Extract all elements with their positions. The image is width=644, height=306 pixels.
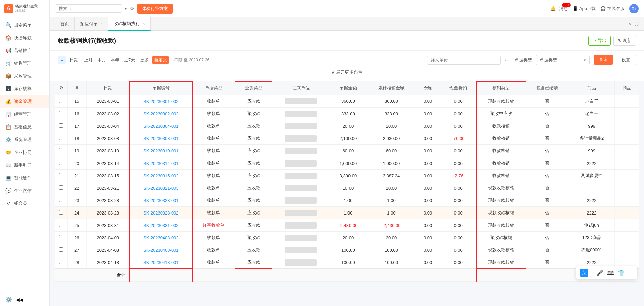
sidebar-item-enterprise[interactable]: 🤝企业协同 [0,146,49,159]
refresh-button[interactable]: ↻ 刷新 [613,36,636,46]
date-this-month[interactable]: 本月 [96,56,107,64]
date-last-month[interactable]: 上月 [83,56,94,64]
sidebar-item-basic[interactable]: 📋基础信息 [0,121,49,133]
filter-settings-button[interactable]: 设置 [616,55,636,65]
topbar-search-input[interactable] [55,4,122,13]
th-settings[interactable]: ⚙ [55,81,68,95]
td-checkbox[interactable] [55,232,68,244]
row-checkbox[interactable] [59,123,63,128]
td-checkbox[interactable] [55,194,68,207]
td-checkbox[interactable] [55,132,68,145]
bill-no-link[interactable]: SK-20230331-002 [143,223,179,228]
td-checkbox[interactable] [55,120,68,132]
date-7days[interactable]: 近7天 [123,56,137,64]
bill-no-link[interactable]: SK-20230314-001 [143,161,179,166]
tab-collection[interactable]: 收款核销执行 × [108,17,151,31]
sidebar-item-marketing[interactable]: 📢营销推广 [0,44,49,57]
settings-icon[interactable]: ⚙️ [5,296,12,303]
bill-no-link[interactable]: SK-20230315-002 [143,173,179,178]
row-checkbox[interactable] [59,161,63,165]
user-avatar[interactable]: Rit [629,4,639,13]
td-checkbox[interactable] [55,108,68,120]
tab-home[interactable]: 首页 [55,17,75,31]
row-checkbox[interactable] [59,247,63,252]
sidebar-item-member[interactable]: V畅会员 [0,197,49,210]
industry-solution-button[interactable]: 体验行业方案 [137,4,173,14]
bill-no-link[interactable]: SK-20230310-001 [143,148,179,154]
td-checkbox[interactable] [55,182,68,194]
sidebar-item-inventory[interactable]: 🗄️库存核算 [0,82,49,95]
date-this-year[interactable]: 本年 [109,56,121,64]
td-checkbox[interactable] [55,256,68,269]
bill-no-link[interactable]: SK-20230328-002 [143,210,179,216]
sidebar-item-purchase[interactable]: 📦采购管理 [0,70,49,82]
ime-mic-icon[interactable]: 🎤 [597,270,603,276]
td-goods2 [615,232,639,244]
bill-no-link[interactable]: SK-20230301-002 [143,99,179,104]
sidebar-item-search[interactable]: 🔍搜索菜单 [0,19,49,32]
td-checkbox[interactable] [55,157,68,170]
bill-no-link[interactable]: SK-20230403-002 [143,235,179,240]
td-checkbox[interactable] [55,145,68,157]
export-button[interactable]: ↗ 导出 [588,36,611,46]
td-checkbox[interactable] [55,207,68,219]
filter-expand-arrow[interactable]: » [58,56,66,64]
bill-no-link[interactable]: SK-20230418-001 [143,260,179,265]
bill-no-link[interactable]: SK-20230302-002 [143,111,179,116]
row-checkbox[interactable] [59,173,63,177]
sidebar-item-guide[interactable]: 📖新手引导 [0,159,49,172]
row-checkbox[interactable] [59,198,63,202]
ime-more-icon[interactable]: ⋯ [628,270,633,276]
row-checkbox[interactable] [59,99,63,103]
row-checkbox[interactable] [59,260,63,264]
query-button[interactable]: 查询 [594,55,613,65]
partner-filter-input[interactable] [427,56,501,65]
sidebar-item-wechat[interactable]: 💬企业微信 [0,184,49,197]
bill-no-link[interactable]: SK-20230408-001 [143,248,179,253]
tab-prepay-close[interactable]: × [100,22,103,26]
date-custom[interactable]: 自定义 [152,56,169,64]
bill-no-link[interactable]: SK-20230321-003 [143,186,179,191]
table-container[interactable]: ⚙ # 日期 单据编号 单据类型 业务类型 往来单位 单据金额 累计核销金额 余… [50,81,644,306]
td-partner: ██████ [272,256,329,269]
td-checkbox[interactable] [55,95,68,108]
online-service-link[interactable]: 🎧 在线客服 [600,6,625,12]
td-checkbox[interactable] [55,244,68,256]
row-checkbox[interactable] [59,185,63,190]
tab-fullscreen-icon[interactable]: ⛶ [634,21,639,26]
sidebar-item-system[interactable]: ⚙️系统管理 [0,133,49,146]
sidebar-item-sales[interactable]: 🛒销售管理 [0,57,49,70]
row-checkbox[interactable] [59,148,63,152]
date-more[interactable]: 更多 [139,56,150,64]
sidebar-item-hardware[interactable]: 💻智能硬件 [0,172,49,184]
bill-no-link[interactable]: SK-20230304-001 [143,124,179,129]
row-checkbox[interactable] [59,111,63,115]
row-checkbox[interactable] [59,235,63,239]
sidebar-item-finance[interactable]: 💰资金管理 [0,95,49,108]
td-checkbox[interactable] [55,219,68,232]
bill-no-link[interactable]: SK-20230328-001 [143,198,179,203]
td-checkbox[interactable] [55,170,68,182]
tab-prepay[interactable]: 预应付单 × [75,17,108,31]
expand-label: 展开更多条件 [336,69,362,75]
td-bill-no: SK-20230328-002 [130,207,192,219]
row-checkbox[interactable] [59,223,63,227]
bill-type-select[interactable]: 单据类型 ▾ [536,55,590,65]
row-checkbox[interactable] [59,210,63,215]
expand-conditions-button[interactable]: ∨ 展开更多条件 [331,69,362,75]
collapse-icon[interactable]: ◀◀ [16,297,23,302]
bill-no-link[interactable]: SK-20230308-001 [143,136,179,141]
row-checkbox[interactable] [59,136,63,140]
tab-close-icon[interactable]: ✕ [628,21,632,26]
topbar-gear-icon[interactable]: ⚙ [130,5,135,12]
topbar-dropdown-arrow[interactable]: ▾ [125,6,127,11]
td-goods: 999 [569,145,614,157]
ime-keyboard-icon[interactable]: ⌨ [607,270,614,276]
app-download-link[interactable]: 📱 App下载 [573,6,596,12]
tab-collection-close[interactable]: × [143,21,145,26]
sidebar-item-nav[interactable]: 🏠快捷导航 [0,32,49,44]
sidebar-item-management[interactable]: 📊经营管理 [0,108,49,121]
notification-bell[interactable]: 🔔 99+ 消息 [550,6,568,12]
ime-lang-toggle[interactable]: 英 [580,269,588,277]
ime-shirt-icon[interactable]: 👕 [618,270,625,276]
